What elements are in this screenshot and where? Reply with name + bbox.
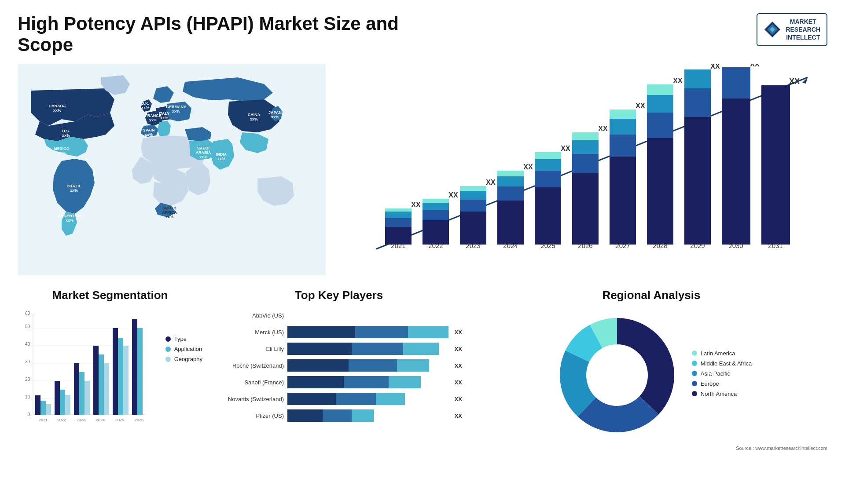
segmentation-title: Market Segmentation xyxy=(18,289,202,302)
svg-text:10: 10 xyxy=(25,394,30,399)
svg-text:SAUDI: SAUDI xyxy=(197,146,209,150)
bar-chart-section: 2021 XX 2022 XX 2023 XX 2024 XX xyxy=(339,64,827,275)
svg-rect-63 xyxy=(535,171,561,187)
svg-rect-56 xyxy=(497,201,524,245)
svg-rect-58 xyxy=(497,176,524,186)
legend-latin-america: Latin America xyxy=(692,350,752,357)
svg-text:2026: 2026 xyxy=(578,242,592,249)
player-row-pfizer: Pfizer (US) XX xyxy=(216,409,462,422)
svg-text:xx%: xx% xyxy=(70,188,78,193)
source-text: Source : www.marketresearchintellect.com xyxy=(475,446,827,451)
regional-chart: Latin America Middle East & Africa Asia … xyxy=(475,309,827,451)
regional-legend: Latin America Middle East & Africa Asia … xyxy=(692,350,752,401)
svg-text:xx%: xx% xyxy=(145,132,153,137)
segmentation-chart: 0 10 20 30 40 50 60 xyxy=(18,309,150,432)
svg-text:INDIA: INDIA xyxy=(216,152,227,157)
player-name: Eli Lilly xyxy=(216,346,284,352)
player-name: Roche (Switzerland) xyxy=(216,362,284,369)
svg-rect-81 xyxy=(647,113,673,138)
svg-text:XX: XX xyxy=(561,145,570,152)
svg-rect-77 xyxy=(610,110,636,119)
svg-text:2022: 2022 xyxy=(57,418,66,422)
svg-text:2024: 2024 xyxy=(96,418,105,422)
svg-text:GERMANY: GERMANY xyxy=(166,105,186,109)
donut-chart xyxy=(551,309,683,441)
svg-text:U.K.: U.K. xyxy=(141,101,149,106)
svg-rect-76 xyxy=(610,119,636,135)
legend-middle-east-africa: Middle East & Africa xyxy=(692,360,752,367)
svg-rect-45 xyxy=(422,210,449,220)
logo-icon xyxy=(764,21,781,38)
svg-text:xx%: xx% xyxy=(58,151,66,155)
svg-text:2023: 2023 xyxy=(77,418,85,422)
svg-rect-68 xyxy=(572,173,599,245)
svg-text:xx%: xx% xyxy=(217,157,225,161)
svg-text:xx%: xx% xyxy=(199,155,207,159)
player-bar xyxy=(287,409,448,422)
svg-text:2025: 2025 xyxy=(115,418,124,422)
svg-text:2027: 2027 xyxy=(615,242,630,249)
player-name: Pfizer (US) xyxy=(216,413,284,419)
regional-section: Regional Analysis xyxy=(475,289,827,473)
svg-text:30: 30 xyxy=(25,359,30,364)
svg-rect-74 xyxy=(610,157,636,245)
svg-rect-92 xyxy=(722,67,750,99)
svg-text:ARABIA: ARABIA xyxy=(196,150,211,155)
svg-text:xx%: xx% xyxy=(62,133,70,138)
svg-rect-86 xyxy=(684,117,711,245)
player-name: Merck (US) xyxy=(216,329,284,336)
svg-rect-65 xyxy=(535,152,561,159)
regional-title: Regional Analysis xyxy=(475,289,827,302)
svg-text:2028: 2028 xyxy=(653,242,667,249)
svg-text:xx%: xx% xyxy=(141,106,149,110)
svg-text:XX: XX xyxy=(598,125,608,132)
player-row-sanofi: Sanofi (France) XX xyxy=(216,376,462,388)
svg-text:CHINA: CHINA xyxy=(248,113,261,117)
svg-text:xx%: xx% xyxy=(53,108,61,113)
svg-rect-80 xyxy=(647,138,673,245)
svg-rect-69 xyxy=(572,154,599,173)
svg-point-140 xyxy=(587,345,647,405)
svg-rect-122 xyxy=(84,381,90,415)
donut-and-legend: Latin America Middle East & Africa Asia … xyxy=(551,309,752,441)
svg-text:XX: XX xyxy=(673,77,683,84)
svg-rect-51 xyxy=(460,200,486,212)
bar-chart: 2021 XX 2022 XX 2023 XX 2024 XX xyxy=(339,64,827,275)
svg-text:XX: XX xyxy=(411,201,421,208)
player-row-novartis: Novartis (Switzerland) XX xyxy=(216,393,462,405)
svg-rect-113 xyxy=(40,401,46,415)
legend-type: Type xyxy=(165,336,202,342)
svg-rect-117 xyxy=(60,390,65,415)
page-title: High Potency APIs (HPAPI) Market Size an… xyxy=(18,13,414,55)
svg-text:XX: XX xyxy=(523,163,533,171)
svg-text:SPAIN: SPAIN xyxy=(143,128,155,132)
segmentation-legend: Type Application Geography xyxy=(165,309,202,366)
player-value: XX xyxy=(455,396,462,402)
player-bar xyxy=(287,326,448,338)
svg-text:2024: 2024 xyxy=(503,242,518,249)
svg-text:2030: 2030 xyxy=(728,242,743,249)
svg-rect-132 xyxy=(132,319,137,415)
svg-rect-133 xyxy=(137,328,143,415)
svg-rect-59 xyxy=(497,171,524,176)
svg-text:XX: XX xyxy=(636,102,645,110)
svg-rect-50 xyxy=(460,212,486,245)
player-row-roche: Roche (Switzerland) XX xyxy=(216,359,462,372)
logo: MARKET RESEARCH INTELLECT xyxy=(757,13,827,46)
svg-rect-82 xyxy=(647,95,673,113)
svg-rect-129 xyxy=(118,338,123,415)
svg-text:xx%: xx% xyxy=(160,116,168,120)
svg-rect-95 xyxy=(761,85,790,245)
svg-rect-70 xyxy=(572,140,599,154)
svg-rect-62 xyxy=(535,187,561,245)
svg-text:2031: 2031 xyxy=(768,242,783,249)
svg-text:BRAZIL: BRAZIL xyxy=(67,184,81,188)
svg-rect-83 xyxy=(647,84,673,95)
player-name: Novartis (Switzerland) xyxy=(216,396,284,402)
svg-rect-116 xyxy=(55,381,60,415)
svg-text:XX: XX xyxy=(789,77,800,86)
svg-text:CANADA: CANADA xyxy=(49,104,66,108)
svg-rect-64 xyxy=(535,159,561,171)
map-section: CANADA xx% U.S. xx% MEXICO xx% BRAZIL xx… xyxy=(18,64,326,275)
bottom-section: Market Segmentation 0 10 20 30 40 50 60 xyxy=(18,289,827,473)
